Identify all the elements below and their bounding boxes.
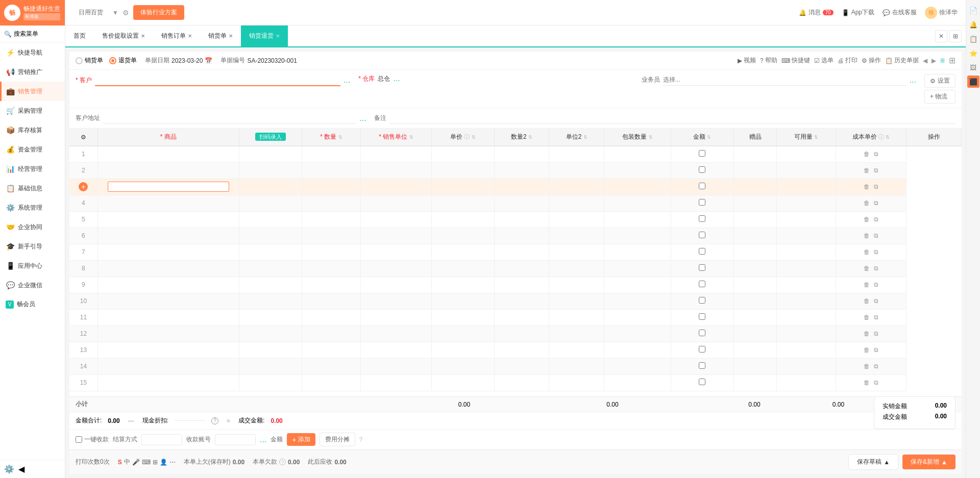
pack-cell-12[interactable] [549,325,604,342]
gift-checkbox-11[interactable] [699,313,705,320]
unit-cell-10[interactable] [302,293,360,309]
unit-cell-2[interactable] [302,162,360,179]
unit2-cell-11[interactable] [494,309,549,325]
cost-cell-13[interactable] [777,342,836,358]
unit2-cell-6[interactable] [494,228,549,244]
unit-cell-12[interactable] [302,325,360,342]
ops-cell-13[interactable]: 🗑 ⧉ [836,342,906,358]
discount-help-icon[interactable]: ? [211,417,218,424]
gear-col-icon[interactable]: ⚙ [81,134,86,141]
dots-lookup-icon[interactable]: ... [260,435,266,444]
delete-row-btn-13[interactable]: 🗑 [864,346,870,354]
pack-cell-1[interactable] [549,146,604,162]
qty-cell-3[interactable] [239,179,302,195]
unit-cell-8[interactable] [302,260,360,276]
unit-cell-9[interactable] [302,276,360,293]
gift-checkbox-15[interactable] [699,379,705,385]
print-btn[interactable]: 🖨 打印 [838,56,857,65]
price-cell-10[interactable] [361,293,431,309]
qty-cell-14[interactable] [239,358,302,374]
warehouse-lookup-btn[interactable]: ... [393,74,400,83]
copy-row-btn-10[interactable]: ⧉ [874,297,878,305]
expense-split-btn[interactable]: 费用分摊 [320,433,355,446]
available-sort-icon[interactable]: ⇅ [814,135,818,140]
sidebar-item-sales[interactable]: 💼 销售管理 [0,82,65,101]
qty-cell-1[interactable] [239,146,302,162]
ops-cell-10[interactable]: 🗑 ⧉ [836,293,906,309]
unit-cell-7[interactable] [302,244,360,260]
pack-cell-5[interactable] [549,211,604,228]
select-btn[interactable]: ☑ 选单 [814,56,834,65]
unit2-cell-1[interactable] [494,146,549,162]
gift-checkbox-13[interactable] [699,346,705,353]
qty2-cell-15[interactable] [431,374,494,391]
price-cell-11[interactable] [361,309,431,325]
unit-cell-15[interactable] [302,374,360,391]
sidebar-search[interactable]: 🔍 搜索菜单 [0,26,65,43]
product-cell-6[interactable] [97,228,239,244]
tab-sales-return-close[interactable]: ✕ [276,33,280,39]
price-cell-5[interactable] [361,211,431,228]
product-cell-3[interactable] [97,179,239,195]
qty2-cell-7[interactable] [431,244,494,260]
available-cell-3[interactable] [733,179,777,195]
sidebar-item-enterprise[interactable]: 🤝 企业协同 [0,217,65,237]
unit2-cell-10[interactable] [494,293,549,309]
radio-sales[interactable]: 销货单 [76,56,103,65]
date-value[interactable]: 2023-03-20 [172,57,203,64]
available-cell-7[interactable] [733,244,777,260]
gift-checkbox-8[interactable] [699,264,705,271]
price-cell-14[interactable] [361,358,431,374]
gift-checkbox-14[interactable] [699,362,705,369]
price-cell-6[interactable] [361,228,431,244]
discount-value[interactable] [175,420,205,421]
gift-cell-13[interactable] [671,342,733,358]
delete-row-btn-6[interactable]: 🗑 [864,232,870,239]
gift-checkbox-7[interactable] [699,248,705,255]
one-click-payment-checkbox[interactable]: 一键收款 [76,435,109,444]
available-cell-9[interactable] [733,276,777,293]
right-panel-doc-icon[interactable]: 📄 [967,4,979,16]
available-cell-2[interactable] [733,162,777,179]
row-gear-9[interactable]: 9 [69,276,97,293]
tab-price-settings-close[interactable]: ✕ [141,33,145,39]
save-draft-dropdown-icon[interactable]: ▲ [884,459,890,466]
pack-cell-9[interactable] [549,276,604,293]
sidebar-item-inventory[interactable]: 📦 库存核算 [0,120,65,140]
pack-cell-13[interactable] [549,342,604,358]
delete-row-btn-4[interactable]: 🗑 [864,199,870,207]
row-gear-6[interactable]: 6 [69,228,97,244]
settings-gear-icon[interactable]: ⚙️ [4,464,14,474]
copy-row-btn-1[interactable]: ⧉ [874,150,878,158]
grid-view-icon[interactable]: ≡ [940,56,945,65]
tab-sales-return[interactable]: 销货退货 ✕ [241,26,288,46]
sidebar-item-system[interactable]: ⚙️ 系统管理 [0,198,65,217]
copy-row-btn-5[interactable]: ⧉ [874,216,878,223]
gift-cell-3[interactable] [671,179,733,195]
ops-btn[interactable]: ⚙ 操作 [862,56,881,65]
unit2-cell-5[interactable] [494,211,549,228]
calendar-icon[interactable]: 📅 [205,57,212,64]
sidebar-item-operations[interactable]: 📊 经营管理 [0,159,65,179]
cost-cell-5[interactable] [777,211,836,228]
pack-cell-7[interactable] [549,244,604,260]
ops-cell-12[interactable]: 🗑 ⧉ [836,325,906,342]
icon-grid2[interactable]: ⊞ [153,459,158,466]
sidebar-item-shortcuts[interactable]: ⚡ 快捷导航 [0,43,65,62]
copy-row-btn-4[interactable]: ⧉ [874,199,878,207]
sidebar-item-newbie[interactable]: 🎓 新手引导 [0,237,65,256]
tab-sales-order-close[interactable]: ✕ [188,33,192,39]
product-cell-13[interactable] [97,342,239,358]
address-input[interactable] [103,112,356,124]
qty2-cell-2[interactable] [431,162,494,179]
amount-cell-9[interactable] [604,276,671,293]
row-gear-2[interactable]: 2 [69,162,97,179]
save-draft-btn[interactable]: 保存草稿 ▲ [848,454,898,470]
qty2-cell-6[interactable] [431,228,494,244]
copy-row-btn-8[interactable]: ⧉ [874,265,878,272]
price-cell-7[interactable] [361,244,431,260]
account-input[interactable] [215,434,256,445]
cost-cell-10[interactable] [777,293,836,309]
gift-cell-15[interactable] [671,374,733,391]
amount-cell-6[interactable] [604,228,671,244]
